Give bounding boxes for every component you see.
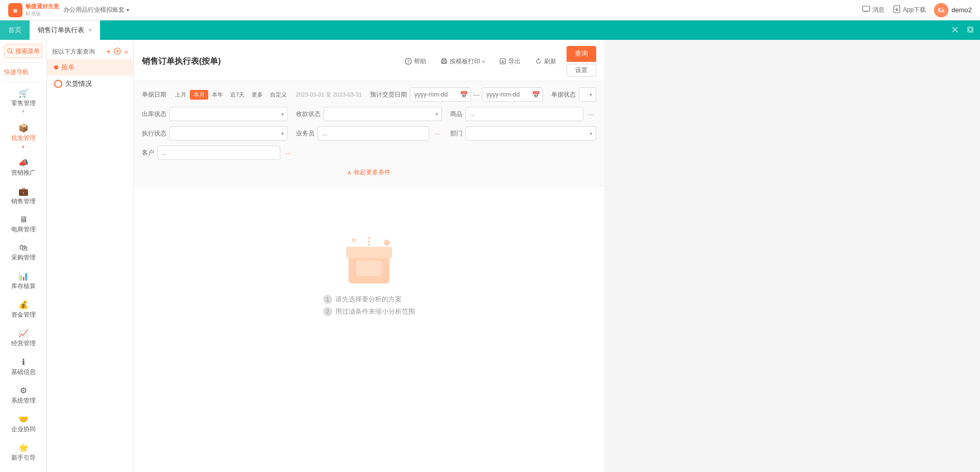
sidebar-divider-1 xyxy=(4,82,42,82)
left-panel-item-debt[interactable]: 欠货情况 xyxy=(47,76,133,92)
finance-icon: 💰 xyxy=(18,300,29,310)
collapse-filter-btn[interactable]: ∧ 收起更多条件 xyxy=(142,165,596,180)
filter-row-3: 执行状态 业务员 ··· 部门 xyxy=(142,126,596,140)
empty-illustration xyxy=(338,227,400,289)
sidebar-search-area: 搜索菜单 xyxy=(0,40,46,63)
add-scheme-btn[interactable]: + xyxy=(106,47,111,56)
sidebar-item-purchase[interactable]: 🛍 采购管理 xyxy=(2,239,44,266)
wholesale-icon: 📦 xyxy=(18,123,29,133)
sidebar-label-retail: 零售管理 xyxy=(11,99,36,108)
logo-text-sub: 标准版 xyxy=(26,10,59,17)
export-btn[interactable]: 导出 xyxy=(495,55,525,68)
sidebar-item-basic[interactable]: ℹ 基础信息 xyxy=(2,353,44,381)
expected-date-label: 预计交货日期 xyxy=(370,90,407,99)
user-area[interactable]: Ea demo2 xyxy=(934,3,972,17)
empty-hint-1: 1 请先选择要分析的方案 xyxy=(323,295,402,304)
left-panel-item-order[interactable]: 按单 xyxy=(47,59,133,76)
date-quick-btns: 上月 本月 本年 近7天 更多 自定义 xyxy=(172,90,290,100)
receive-status-select[interactable] xyxy=(324,107,442,121)
industry-selector[interactable]: 办公用品行业模拟账套 ▾ xyxy=(63,6,129,14)
collapse-panel-btn[interactable]: « xyxy=(124,48,128,56)
order-dot-icon xyxy=(54,65,58,69)
tab-minimize-icon[interactable] xyxy=(949,24,961,37)
goods-more-btn[interactable]: ··· xyxy=(586,110,596,118)
sidebar-label-operations: 经营管理 xyxy=(11,339,36,348)
refresh-label: 刷新 xyxy=(544,57,556,66)
refresh-btn[interactable]: 刷新 xyxy=(531,55,560,68)
retail-icon: 🛒 xyxy=(18,88,29,98)
settings-btn[interactable]: 设置 xyxy=(567,64,596,77)
print-label: 按模板打印 xyxy=(450,57,480,66)
goods-input[interactable] xyxy=(465,107,583,121)
sidebar-item-retail[interactable]: 🛒 零售管理 ▾ xyxy=(2,84,44,118)
exec-status-select-wrapper xyxy=(169,126,288,140)
svg-rect-10 xyxy=(969,28,972,31)
out-status-select-wrapper xyxy=(169,107,288,121)
date-last7-btn[interactable]: 近7天 xyxy=(227,90,248,100)
sidebar-item-enterprise[interactable]: 🤝 企业协同 xyxy=(2,410,44,438)
goods-label: 商品 xyxy=(450,110,462,119)
sidebar-label-wholesale: 批发管理 xyxy=(11,134,36,143)
salesman-input[interactable] xyxy=(317,126,429,140)
message-btn[interactable]: 消息 xyxy=(862,5,885,15)
operations-icon: 📈 xyxy=(18,328,29,338)
page-actions: ? 帮助 按模板打印 ▾ 导出 刷新 xyxy=(401,46,596,77)
exec-status-select[interactable] xyxy=(169,126,288,140)
sidebar-item-inventory[interactable]: 📊 库存核算 xyxy=(2,267,44,295)
sidebar-item-finance[interactable]: 💰 资金管理 xyxy=(2,296,44,323)
svg-text:?: ? xyxy=(407,59,409,64)
sidebar-item-newuser[interactable]: 🌟 新手引导 xyxy=(2,439,44,466)
tab-home[interactable]: 首页 xyxy=(0,20,30,40)
help-btn[interactable]: ? 帮助 xyxy=(401,55,430,68)
left-panel-actions: + « xyxy=(106,47,128,56)
sidebar-item-sales[interactable]: 💼 销售管理 xyxy=(2,182,44,210)
out-status-select[interactable] xyxy=(169,107,288,121)
filter-out-status: 出库状态 xyxy=(142,107,288,121)
sidebar-item-marketing[interactable]: 📣 营销推广 xyxy=(2,154,44,181)
logo-text-main: 畅捷通好生意 xyxy=(26,3,59,10)
dept-select[interactable] xyxy=(465,126,596,140)
svg-point-26 xyxy=(384,240,390,246)
sidebar-label-purchase: 采购管理 xyxy=(11,253,36,262)
filter-date: 单据日期 上月 本月 本年 近7天 更多 自定义 2023-03-01 至 20… xyxy=(142,90,362,100)
query-btn[interactable]: 查询 xyxy=(567,46,596,62)
sidebar-quick-nav[interactable]: 快捷导航 xyxy=(0,65,46,80)
customer-input[interactable] xyxy=(157,146,280,160)
print-btn[interactable]: 按模板打印 ▾ xyxy=(436,55,489,68)
search-menu-btn[interactable]: 搜索菜单 xyxy=(4,44,42,58)
sidebar-item-operations[interactable]: 📈 经营管理 xyxy=(2,324,44,352)
username-label: demo2 xyxy=(951,6,972,14)
tab-close-icon[interactable]: × xyxy=(88,27,92,34)
date-this-year-btn[interactable]: 本年 xyxy=(208,90,227,100)
empty-box-svg xyxy=(338,227,400,289)
sidebar-item-system[interactable]: ⚙ 系统管理 xyxy=(2,382,44,409)
logo-area: 畅 畅捷通好生意 标准版 xyxy=(8,3,59,17)
filter-exec-status: 执行状态 xyxy=(142,126,288,140)
nav-tabs: 首页 销售订单执行表 × xyxy=(0,20,980,40)
salesman-more-btn[interactable]: ··· xyxy=(432,130,442,137)
tab-expand-icon[interactable] xyxy=(965,24,976,37)
ecommerce-icon: 🖥 xyxy=(19,215,28,224)
date-this-month-btn[interactable]: 本月 xyxy=(190,90,208,100)
date-more-btn[interactable]: 更多 xyxy=(248,90,266,100)
sidebar-item-apps[interactable]: ⊞ 应用中心 xyxy=(2,467,44,472)
sidebar-label-sales: 销售管理 xyxy=(11,197,36,206)
avatar: Ea xyxy=(934,3,948,17)
sidebar-label-enterprise: 企业协同 xyxy=(11,425,36,434)
edit-scheme-btn[interactable] xyxy=(114,48,121,56)
purchase-icon: 🛍 xyxy=(19,243,28,252)
customer-more-btn[interactable]: ··· xyxy=(283,149,293,157)
app-download-btn[interactable]: App下载 xyxy=(893,5,926,15)
tab-sales-order[interactable]: 销售订单执行表 × xyxy=(30,20,100,40)
doc-status-select[interactable] xyxy=(579,87,596,102)
hint-num-1: 1 xyxy=(323,295,332,304)
sidebar-item-wholesale[interactable]: 📦 批发管理 ▴ xyxy=(2,119,44,153)
newuser-icon: 🌟 xyxy=(18,443,29,453)
date-custom-btn[interactable]: 自定义 xyxy=(266,90,290,100)
export-label: 导出 xyxy=(508,57,521,66)
svg-rect-19 xyxy=(443,58,446,60)
empty-texts: 1 请先选择要分析的方案 2 用过滤条件来缩小分析范围 xyxy=(323,295,415,316)
date-last-month-btn[interactable]: 上月 xyxy=(172,90,190,100)
sidebar-item-ecommerce[interactable]: 🖥 电商管理 xyxy=(2,211,44,238)
date-end-calendar-icon: 📅 xyxy=(532,91,540,99)
